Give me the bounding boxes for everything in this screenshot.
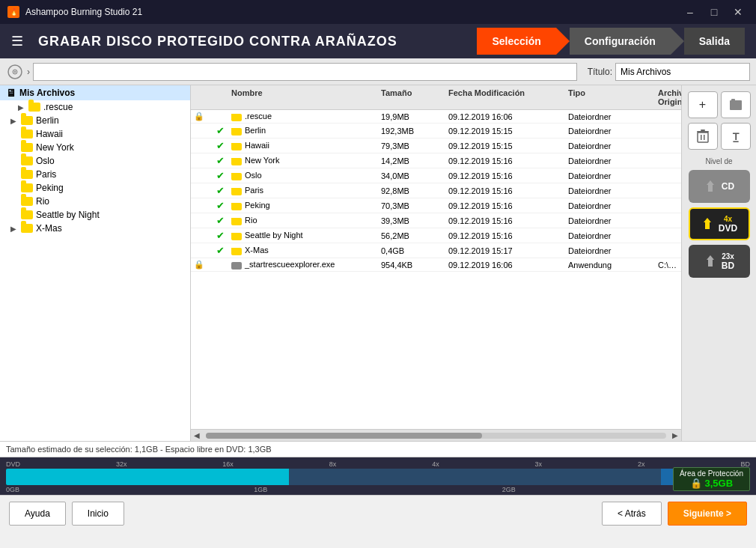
progress-used bbox=[6, 469, 289, 485]
file-name-cell: Rio bbox=[228, 216, 378, 225]
delete-button[interactable] bbox=[688, 123, 718, 150]
step-seleccion[interactable]: Selección bbox=[477, 28, 555, 55]
file-name-cell: X-Mas bbox=[228, 246, 378, 255]
check-cell: ✔ bbox=[213, 155, 228, 166]
disc-option-dvd[interactable]: 4xDVD bbox=[689, 207, 750, 240]
file-size-cell: 39,3MB bbox=[378, 216, 445, 225]
title-input[interactable] bbox=[615, 63, 750, 81]
header: ☰ GRABAR DISCO PROTEGIDO CONTRA ARAÑAZOS… bbox=[0, 24, 756, 58]
close-button[interactable]: ✕ bbox=[728, 1, 749, 22]
table-row[interactable]: 🔒.rescue19,9MB09.12.2019 16:06Dateiordne… bbox=[191, 110, 681, 124]
step-configuracion[interactable]: Configuración bbox=[570, 28, 671, 55]
menu-icon[interactable]: ☰ bbox=[11, 33, 23, 49]
expand-icon: ▶ bbox=[10, 225, 18, 233]
folder-icon bbox=[21, 197, 33, 206]
disc-type-label: DVD bbox=[6, 460, 20, 468]
lock-cell: 🔒 bbox=[191, 260, 213, 270]
tree-item-peking[interactable]: ▶ Peking bbox=[0, 181, 190, 195]
tree-item-berlin[interactable]: ▶ Berlin bbox=[0, 114, 190, 127]
step-salida[interactable]: Salida bbox=[684, 28, 745, 55]
check-icon: ✔ bbox=[216, 170, 225, 181]
check-cell: ✔ bbox=[213, 245, 228, 256]
atras-button[interactable]: < Atrás bbox=[602, 502, 662, 526]
import-button[interactable] bbox=[721, 91, 751, 118]
rename-button[interactable]: T̲ bbox=[721, 123, 751, 150]
tree-root[interactable]: 🖥 Mis Archivos bbox=[0, 85, 190, 100]
folder-sm-icon bbox=[231, 114, 242, 121]
scroll-thumb[interactable] bbox=[206, 433, 482, 439]
add-button[interactable]: + bbox=[688, 91, 718, 118]
expand-icon-blank: ▶ bbox=[10, 184, 18, 192]
minimize-button[interactable]: – bbox=[680, 1, 701, 22]
folder-sm-icon bbox=[231, 262, 242, 270]
titlebar-left: 🔥 Ashampoo Burning Studio 21 bbox=[7, 6, 142, 18]
check-cell: ✔ bbox=[213, 125, 228, 136]
scroll-track[interactable] bbox=[206, 433, 666, 439]
tree-item-xmas[interactable]: ▶ X-Mas bbox=[0, 222, 190, 235]
svg-rect-9 bbox=[701, 130, 705, 131]
app-icon: 🔥 bbox=[7, 6, 19, 18]
main-content: 🖥 Mis Archivos ▶ .rescue ▶ Berlin ▶ Hawa… bbox=[0, 85, 756, 441]
disc-option-cd[interactable]: CD bbox=[689, 170, 750, 203]
siguiente-button[interactable]: Siguiente > bbox=[668, 502, 747, 526]
svg-rect-6 bbox=[701, 135, 702, 140]
check-cell: ✔ bbox=[213, 200, 228, 211]
maximize-button[interactable]: □ bbox=[704, 1, 725, 22]
file-name-cell: _startrescueexplorer.exe bbox=[228, 260, 378, 269]
col-tipo: Tipo bbox=[565, 88, 655, 106]
check-cell: ✔ bbox=[213, 215, 228, 226]
tree-item-rio[interactable]: ▶ Rio bbox=[0, 195, 190, 208]
tree-item-paris[interactable]: ▶ Paris bbox=[0, 168, 190, 181]
page-title: GRABAR DISCO PROTEGIDO CONTRA ARAÑAZOS bbox=[38, 34, 462, 49]
table-row[interactable]: ✔Rio39,3MB09.12.2019 15:16Dateiordner bbox=[191, 213, 681, 228]
check-icon: ✔ bbox=[216, 155, 225, 166]
file-date-cell: 09.12.2019 16:06 bbox=[445, 261, 565, 270]
path-input[interactable] bbox=[33, 63, 577, 81]
check-icon: ✔ bbox=[216, 125, 225, 136]
check-cell: ✔ bbox=[213, 185, 228, 196]
progress-area: DVD 32x 16x 8x 4x 3x 2x BD Área de Prote… bbox=[0, 457, 756, 495]
table-row[interactable]: ✔Peking70,3MB09.12.2019 15:16Dateiordner bbox=[191, 198, 681, 213]
expand-icon: ▶ bbox=[10, 117, 18, 125]
tree-item-seattle[interactable]: ▶ Seattle by Night bbox=[0, 208, 190, 222]
progress-gb-labels: 0GB 1GB 2GB bbox=[0, 486, 756, 493]
file-size-cell: 92,8MB bbox=[378, 186, 445, 195]
folder-sm-icon bbox=[231, 143, 242, 150]
action-panel: + T̲ Nivel de CD 4xDVD 23xBD bbox=[681, 85, 756, 441]
tree-item-oslo[interactable]: ▶ Oslo bbox=[0, 154, 190, 168]
ayuda-button[interactable]: Ayuda bbox=[9, 502, 66, 526]
inicio-button[interactable]: Inicio bbox=[72, 502, 124, 526]
protection-label: Área de Protección bbox=[680, 469, 743, 478]
expand-icon-blank: ▶ bbox=[10, 211, 18, 219]
table-row[interactable]: ✔Oslo34,0MB09.12.2019 15:16Dateiordner bbox=[191, 168, 681, 183]
file-size-cell: 0,4GB bbox=[378, 246, 445, 255]
file-size-cell: 79,3MB bbox=[378, 141, 445, 150]
table-row[interactable]: ✔Seattle by Night56,2MB09.12.2019 15:16D… bbox=[191, 228, 681, 243]
file-type-cell: Dateiordner bbox=[565, 112, 655, 121]
table-row[interactable]: ✔Paris92,8MB09.12.2019 15:16Dateiordner bbox=[191, 183, 681, 198]
table-row[interactable]: ✔Hawaii79,3MB09.12.2019 15:15Dateiordner bbox=[191, 138, 681, 153]
file-name-cell: Berlin bbox=[228, 126, 378, 135]
file-date-cell: 09.12.2019 15:16 bbox=[445, 171, 565, 180]
file-size-cell: 192,3MB bbox=[378, 127, 445, 136]
disc-option-bd[interactable]: 23xBD bbox=[689, 245, 750, 278]
file-type-cell: Dateiordner bbox=[565, 216, 655, 225]
tree-item-newyork[interactable]: ▶ New York bbox=[0, 141, 190, 154]
table-row[interactable]: ✔X-Mas0,4GB09.12.2019 15:17Dateiordner bbox=[191, 243, 681, 258]
expand-icon: ▶ bbox=[18, 103, 25, 112]
scroll-right-arrow[interactable]: ▶ bbox=[669, 431, 681, 439]
table-row[interactable]: 🔒_startrescueexplorer.exe954,4KB09.12.20… bbox=[191, 258, 681, 272]
horizontal-scrollbar[interactable]: ◀ ▶ bbox=[191, 429, 681, 441]
scroll-left-arrow[interactable]: ◀ bbox=[191, 431, 203, 439]
tree-item-hawaii[interactable]: ▶ Hawaii bbox=[0, 127, 190, 141]
breadcrumb-chevron[interactable]: › bbox=[27, 67, 30, 77]
file-date-cell: 09.12.2019 15:16 bbox=[445, 201, 565, 210]
check-icon: ✔ bbox=[216, 245, 225, 256]
tree-item-rescue[interactable]: ▶ .rescue bbox=[0, 100, 190, 114]
table-row[interactable]: ✔New York14,2MB09.12.2019 15:16Dateiordn… bbox=[191, 153, 681, 168]
table-row[interactable]: ✔Berlin192,3MB09.12.2019 15:15Dateiordne… bbox=[191, 124, 681, 138]
folder-sm-icon bbox=[231, 188, 242, 195]
check-icon: ✔ bbox=[216, 200, 225, 211]
file-date-cell: 09.12.2019 15:16 bbox=[445, 186, 565, 195]
svg-rect-8 bbox=[697, 131, 709, 133]
